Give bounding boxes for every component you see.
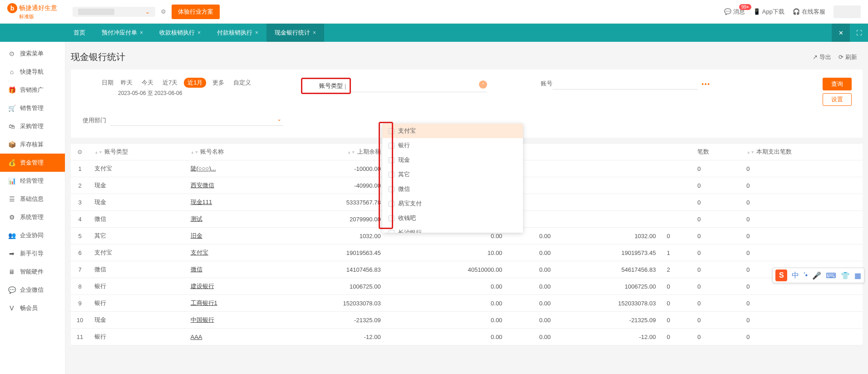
tab-home[interactable]: 首页 <box>65 24 94 42</box>
sidebar-item-system[interactable]: ⚙系统管理 <box>0 208 65 226</box>
close-all-tabs-button[interactable]: ✕ <box>832 24 850 42</box>
tab-payment[interactable]: 付款核销执行× <box>209 24 266 42</box>
col-prev-balance[interactable]: ▲▼上期余额 <box>281 144 386 160</box>
settings-button[interactable]: 设置 <box>823 93 852 106</box>
sidebar-item-collab[interactable]: 👥企业协同 <box>0 226 65 244</box>
tab-receipt[interactable]: 收款核销执行× <box>151 24 209 42</box>
online-service-button[interactable]: 🎧 在线客服 <box>793 8 825 16</box>
close-icon[interactable]: × <box>197 30 201 36</box>
sidebar-item-operation[interactable]: 📊经营管理 <box>0 172 65 190</box>
account-name-link[interactable]: 工商银行1 <box>191 299 217 306</box>
account-name-link[interactable]: 旧金 <box>191 232 202 239</box>
close-icon[interactable]: × <box>255 30 258 36</box>
account-name-link[interactable]: 陡(○○○)... <box>191 165 216 172</box>
checkbox[interactable] <box>389 215 395 221</box>
account-name-link[interactable]: 测试 <box>191 215 202 222</box>
date-opt-7days[interactable]: 近7天 <box>160 78 180 88</box>
sidebar-item-purchase[interactable]: 🛍采购管理 <box>0 117 65 135</box>
cart-icon: 🛒 <box>8 105 15 112</box>
sidebar-item-sales[interactable]: 🛒销售管理 <box>0 99 65 117</box>
sidebar-item-wechat[interactable]: 💬企业微信 <box>0 281 65 299</box>
account-name-link[interactable]: 西安微信 <box>191 182 214 189</box>
dropdown-item-label: 银行 <box>398 141 410 150</box>
ime-skin-icon[interactable]: 👕 <box>841 271 850 280</box>
dropdown-item[interactable]: 长沙银行 <box>382 225 523 233</box>
date-opt-today[interactable]: 今天 <box>139 78 156 88</box>
app-header: b 畅捷通好生意 标准版 ⌄ ⚙ 体验行业方案 💬 消息 99+ 📱 App下载… <box>0 0 868 24</box>
dropdown-item[interactable]: 现金 <box>382 153 523 167</box>
checkbox[interactable] <box>389 143 395 149</box>
dropdown-item[interactable]: 其它 <box>382 167 523 182</box>
checkbox[interactable] <box>389 230 395 233</box>
account-type-select[interactable]: ⌃ <box>351 80 487 92</box>
tab-cash-bank-stats[interactable]: 现金银行统计× <box>266 24 324 42</box>
query-button[interactable]: 查询 <box>823 78 852 90</box>
ime-keyboard-icon[interactable]: ⌨ <box>826 271 836 280</box>
dropdown-item[interactable]: 微信 <box>382 182 523 196</box>
ime-punct-icon[interactable]: '• <box>804 271 808 279</box>
cell-prev-balance: -12.00 <box>281 329 386 345</box>
close-icon[interactable]: × <box>140 30 143 36</box>
sidebar-item-guide[interactable]: ➡新手引导 <box>0 244 65 263</box>
user-avatar[interactable] <box>833 5 861 18</box>
refresh-icon: ⟳ <box>838 54 843 60</box>
account-name-link[interactable]: 建设银行 <box>191 283 214 289</box>
dropdown-item[interactable]: 支付宝 <box>382 124 523 138</box>
account-name-link[interactable]: 微信 <box>191 266 202 273</box>
checkbox[interactable] <box>389 201 395 207</box>
cell-prev-balance: 19019563.45 <box>281 244 386 261</box>
ime-mic-icon[interactable]: 🎤 <box>812 271 821 280</box>
date-opt-yesterday[interactable]: 昨天 <box>118 78 135 88</box>
sidebar-item-quick[interactable]: ⌂快捷导航 <box>0 63 65 81</box>
sidebar-item-funds[interactable]: 💰资金管理 <box>0 154 65 172</box>
ime-lang-icon[interactable]: 中 <box>792 271 799 280</box>
sidebar-item-marketing[interactable]: 🎁营销推广 <box>0 81 65 99</box>
dropdown-item[interactable]: 银行 <box>382 138 523 153</box>
sidebar-item-basic[interactable]: ☰基础信息 <box>0 190 65 208</box>
sidebar-item-member[interactable]: V畅会员 <box>0 299 65 317</box>
header-right: 💬 消息 99+ 📱 App下载 🎧 在线客服 <box>724 5 861 18</box>
account-name-link[interactable]: 支付宝 <box>191 249 208 256</box>
table-settings-button[interactable]: ⚙ <box>71 144 89 160</box>
ime-toolbar[interactable]: S 中 '• 🎤 ⌨ 👕 ▦ <box>772 268 864 283</box>
col-account-name[interactable]: ▲▼账号名称 <box>185 144 281 160</box>
fullscreen-button[interactable]: ⛶ <box>850 24 868 42</box>
account-name-link[interactable]: 中国银行 <box>191 316 214 323</box>
checkbox[interactable] <box>389 172 395 178</box>
account-number-label: 账号 <box>525 80 552 88</box>
refresh-button[interactable]: ⟳刷新 <box>838 53 857 61</box>
date-opt-custom[interactable]: 自定义 <box>231 78 254 88</box>
cell-a: 0.00 <box>508 295 556 312</box>
account-name-link[interactable]: AAA <box>191 334 202 340</box>
sort-icon: ▲▼ <box>347 151 355 154</box>
gear-icon[interactable]: ⚙ <box>161 8 166 15</box>
sidebar-item-search[interactable]: ⊙搜索菜单 <box>0 45 65 63</box>
dropdown-item[interactable]: 收钱吧 <box>382 211 523 225</box>
sidebar-item-inventory[interactable]: 📦库存核算 <box>0 135 65 154</box>
close-icon[interactable]: × <box>313 30 316 36</box>
export-button[interactable]: ↗导出 <box>813 53 831 61</box>
ime-menu-icon[interactable]: ▦ <box>854 271 861 280</box>
col-count[interactable]: 笔数 <box>692 144 741 160</box>
col-expense-count[interactable]: ▲▼本期支出笔数 <box>741 144 863 160</box>
company-selector[interactable]: ⌄ <box>73 7 155 17</box>
cell-account-name: 工商银行1 <box>185 295 281 312</box>
dropdown-item[interactable]: 易宝支付 <box>382 196 523 211</box>
sort-icon: ▲▼ <box>94 151 103 154</box>
col-account-type[interactable]: ▲▼账号类型 <box>89 144 185 160</box>
tab-prepay[interactable]: 预付冲应付单× <box>94 24 151 42</box>
more-filters-button[interactable]: ••• <box>701 80 710 87</box>
industry-plan-button[interactable]: 体验行业方案 <box>172 5 220 19</box>
account-name-link[interactable]: 现金111 <box>191 199 212 205</box>
date-opt-more[interactable]: 更多 <box>210 78 227 88</box>
date-opt-1month[interactable]: 近1月 <box>184 78 206 88</box>
department-select[interactable]: ⌄ <box>111 114 283 126</box>
sidebar-item-hardware[interactable]: 🖥智能硬件 <box>0 263 65 281</box>
app-download-button[interactable]: 📱 App下载 <box>753 8 784 16</box>
messages-button[interactable]: 💬 消息 99+ <box>724 8 745 16</box>
account-number-input[interactable] <box>552 78 698 90</box>
checkbox[interactable] <box>389 186 395 192</box>
cell-b <box>556 194 661 211</box>
checkbox[interactable] <box>389 128 395 134</box>
checkbox[interactable] <box>389 157 395 163</box>
